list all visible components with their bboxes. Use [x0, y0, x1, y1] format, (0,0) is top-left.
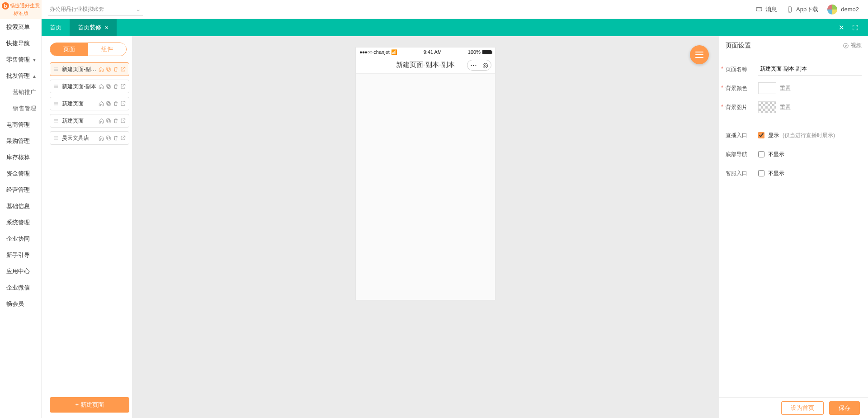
more-icon[interactable]: ⋯: [467, 60, 479, 70]
copy-icon[interactable]: [105, 135, 112, 141]
delete-icon[interactable]: [113, 135, 119, 141]
bg-color-reset[interactable]: 重置: [780, 85, 791, 92]
set-home-button[interactable]: 设为首页: [781, 401, 824, 415]
open-icon[interactable]: [120, 66, 126, 72]
sidebar-purchase[interactable]: 采购管理: [0, 133, 41, 149]
segment-page[interactable]: 页面: [50, 43, 88, 56]
service-entry-checkbox[interactable]: [758, 170, 764, 176]
svg-rect-9: [107, 119, 109, 122]
preview-canvas: ●●●○○ chanjet 📶 9:41 AM 100% 新建页面-副本-副本 …: [132, 36, 719, 418]
home-icon[interactable]: [98, 66, 104, 72]
sidebar-search[interactable]: 搜索菜单: [0, 19, 41, 35]
svg-rect-0: [756, 7, 762, 11]
status-bar: ●●●○○ chanjet 📶 9:41 AM 100%: [356, 48, 495, 57]
svg-rect-4: [108, 86, 110, 89]
bg-color-swatch[interactable]: [758, 82, 776, 94]
target-icon[interactable]: ◎: [479, 60, 491, 70]
bg-image-reset[interactable]: 重置: [780, 104, 791, 111]
live-entry-checkbox[interactable]: [758, 132, 764, 138]
copy-icon[interactable]: [105, 118, 112, 124]
delete-icon[interactable]: [113, 66, 119, 72]
open-icon[interactable]: [120, 118, 126, 124]
drag-icon[interactable]: [53, 118, 59, 124]
sidebar-member[interactable]: 畅会员: [0, 296, 41, 312]
sidebar-item-label: 采购管理: [6, 137, 30, 145]
sidebar-item-label: 应用中心: [6, 267, 30, 276]
brand-edition: 标准版: [14, 10, 28, 17]
page-card[interactable]: 新建页面-副本: [50, 80, 129, 93]
drag-icon[interactable]: [53, 135, 59, 141]
segment-component[interactable]: 组件: [88, 43, 126, 56]
drag-icon[interactable]: [53, 100, 59, 107]
sidebar-wechat[interactable]: 企业微信: [0, 280, 41, 296]
tab-home[interactable]: 首页: [42, 19, 70, 36]
delete-icon[interactable]: [113, 118, 119, 124]
clock-label: 9:41 AM: [424, 49, 442, 55]
segment-control: 页面 组件: [50, 43, 127, 56]
sidebar-system[interactable]: 系统管理: [0, 214, 41, 231]
sidebar-retail[interactable]: 零售管理▼: [0, 52, 41, 68]
brand-name: 畅捷通好生意: [10, 2, 40, 9]
segment-component-label: 组件: [101, 45, 113, 53]
home-icon[interactable]: [98, 83, 104, 90]
open-icon[interactable]: [120, 135, 126, 141]
drag-icon[interactable]: [53, 66, 59, 72]
page-card-name: 新建页面: [62, 100, 97, 108]
sidebar-ecommerce[interactable]: 电商管理: [0, 117, 41, 133]
drag-icon[interactable]: [53, 83, 59, 90]
copy-icon[interactable]: [105, 100, 112, 107]
close-all-icon[interactable]: ✕: [835, 22, 847, 33]
account-selector[interactable]: 办公用品行业模拟账套 ⌄: [48, 3, 143, 16]
bottom-nav-checkbox[interactable]: [758, 151, 764, 157]
home-icon[interactable]: [98, 118, 104, 124]
close-icon[interactable]: ×: [105, 24, 108, 31]
sidebar-wholesale-marketing[interactable]: 营销推广: [0, 84, 41, 100]
sidebar-item-label: 电商管理: [6, 121, 30, 129]
user-menu[interactable]: demo2: [827, 5, 859, 14]
page-card[interactable]: 昊天文具店: [50, 131, 129, 145]
page-card[interactable]: 新建页面: [50, 114, 129, 128]
service-entry-label: 客服入口: [726, 170, 758, 177]
sidebar-basicinfo[interactable]: 基础信息: [0, 198, 41, 214]
sidebar-item-label: 新手引导: [6, 251, 30, 259]
svg-rect-5: [107, 84, 109, 87]
sidebar-wholesale-sales[interactable]: 销售管理: [0, 100, 41, 117]
svg-point-12: [844, 43, 849, 48]
help-video-link[interactable]: 视频: [843, 42, 862, 49]
fullscreen-icon[interactable]: [852, 22, 863, 33]
home-icon[interactable]: [98, 135, 104, 141]
save-button[interactable]: 保存: [829, 401, 860, 415]
copy-icon[interactable]: [105, 83, 112, 90]
sidebar-quicknav[interactable]: 快捷导航: [0, 35, 41, 52]
sidebar-wholesale[interactable]: 批发管理▲: [0, 68, 41, 84]
copy-icon[interactable]: [105, 66, 112, 72]
home-icon[interactable]: [98, 100, 104, 107]
bg-color-label: 背景颜色: [726, 85, 758, 92]
top-app-download[interactable]: App下载: [786, 5, 818, 14]
sidebar-fund[interactable]: 资金管理: [0, 166, 41, 182]
phone-frame: ●●●○○ chanjet 📶 9:41 AM 100% 新建页面-副本-副本 …: [355, 47, 495, 300]
sidebar-wholesale-marketing-label: 营销推广: [13, 88, 36, 96]
page-card[interactable]: 新建页面-副本...: [50, 62, 129, 76]
sidebar-collab[interactable]: 企业协同: [0, 231, 41, 247]
sidebar-operation[interactable]: 经营管理: [0, 182, 41, 198]
open-icon[interactable]: [120, 100, 126, 107]
top-messages[interactable]: 消息: [755, 5, 777, 14]
live-entry-hint: (仅当进行直播时展示): [783, 132, 835, 139]
delete-icon[interactable]: [113, 100, 119, 107]
tab-decorate[interactable]: 首页装修 ×: [70, 19, 117, 36]
sidebar-item-label: 库存核算: [6, 153, 30, 162]
new-page-button[interactable]: + 新建页面: [50, 397, 129, 413]
delete-icon[interactable]: [113, 83, 119, 90]
service-entry-hide-label: 不显示: [768, 170, 784, 177]
layers-fab[interactable]: [690, 45, 709, 64]
sidebar-appcenter[interactable]: 应用中心: [0, 263, 41, 280]
page-name-input[interactable]: [758, 63, 862, 76]
settings-pane: 页面设置 视频 页面名称 背景颜色 重置: [719, 36, 868, 418]
bg-image-swatch[interactable]: [758, 101, 776, 113]
open-icon[interactable]: [120, 83, 126, 90]
sidebar-guide[interactable]: 新手引导: [0, 247, 41, 263]
sidebar-inventory[interactable]: 库存核算: [0, 149, 41, 166]
sidebar: 搜索菜单 快捷导航 零售管理▼ 批发管理▲ 营销推广 销售管理 电商管理 采购管…: [0, 19, 42, 418]
page-card[interactable]: 新建页面: [50, 97, 129, 110]
